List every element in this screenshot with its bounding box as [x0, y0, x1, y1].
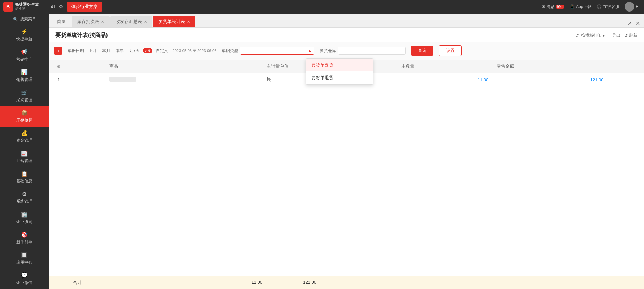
sidebar-item-search[interactable]: 🔍 搜索菜单: [0, 14, 49, 25]
marketing-icon: 📢: [21, 49, 28, 55]
filter-expand-button[interactable]: ▷: [54, 47, 62, 55]
tab-home[interactable]: 首页: [51, 16, 71, 27]
sidebar-item-operations[interactable]: 📈 经营管理: [0, 147, 49, 167]
sidebar-item-system[interactable]: ⚙ 系统管理: [0, 187, 49, 208]
refresh-button[interactable]: ↺ 刷新: [624, 32, 637, 38]
shortcut-icon: ⚡: [21, 28, 28, 35]
tab-close-all-button[interactable]: ✕: [634, 20, 641, 27]
sidebar-basic-label: 基础信息: [16, 178, 32, 184]
footer-unit-spacer: [171, 280, 212, 286]
sidebar-item-marketing[interactable]: 📢 营销推广: [0, 45, 49, 66]
footer-total-spacer: [53, 280, 73, 286]
col-settings[interactable]: ⚙: [49, 60, 69, 73]
row-amount-link[interactable]: 121.00: [590, 77, 604, 82]
basic-icon: 📋: [21, 171, 28, 177]
date-range-display: 2023-05-06 至 2023-06-06: [173, 48, 217, 53]
sidebar-item-apps[interactable]: 🔲 应用中心: [0, 248, 49, 269]
sidebar-item-basic[interactable]: 📋 基础信息: [0, 167, 49, 187]
top-header: B 畅捷通好生意 标准版 41 ⚙ 体验行业方案 ✉ 消息 99+ 📱 App下…: [0, 0, 644, 14]
sidebar-item-shortcut[interactable]: ⚡ 快捷导航: [0, 25, 49, 45]
warehouse-input-group[interactable]: ···: [338, 47, 406, 55]
tab-inventory-batch-close[interactable]: ✕: [101, 20, 104, 24]
sidebar-system-label: 系统管理: [16, 199, 32, 204]
export-button[interactable]: ↑ 导出: [609, 32, 620, 38]
type-filter-label: 单据类型: [222, 48, 238, 54]
footer-label: 合计: [73, 280, 171, 286]
trial-button[interactable]: 体验行业方案: [67, 2, 102, 12]
sales-icon: 📊: [21, 69, 28, 75]
product-placeholder: [109, 77, 136, 82]
app-download-button[interactable]: 📱 App下载: [570, 4, 591, 10]
table-container: ⚙ 商品 主计量单位 主数量 零售金额 1: [49, 60, 644, 276]
type-select-wrapper[interactable]: ▲: [240, 47, 314, 55]
inventory-icon: 📦: [21, 110, 28, 116]
page-actions: 🖨 按模板打印 ▾ ↑ 导出 ↺ 刷新: [576, 32, 637, 38]
sidebar-search-label: 搜索菜单: [20, 16, 36, 22]
this-year-btn[interactable]: 本年: [114, 47, 126, 54]
messages-button[interactable]: ✉ 消息 99+: [542, 4, 564, 10]
sidebar-guide-label: 新手引导: [16, 239, 32, 245]
online-service-label: 在线客服: [603, 4, 619, 10]
content-area: 首页 库存批次账 ✕ 收发存汇总表 ✕ 要货单统计表 ✕ ⤢ ✕ 要货: [49, 14, 644, 289]
sidebar-wechat-label: 企业微信: [16, 280, 32, 286]
sidebar-item-enterprise[interactable]: 🏢 企业协同: [0, 208, 49, 228]
sidebar-purchase-label: 采购管理: [16, 97, 32, 103]
warehouse-filter-group: 要货仓库 ···: [320, 47, 406, 55]
last-7-days-btn[interactable]: 近7天: [127, 47, 142, 54]
query-button[interactable]: 查询: [411, 46, 433, 56]
this-month-btn[interactable]: 本月: [100, 47, 112, 54]
tab-inventory-batch[interactable]: 库存批次账 ✕: [72, 16, 110, 27]
row-qty-link[interactable]: 11.00: [478, 77, 489, 82]
col-amount: 零售金额: [493, 60, 607, 73]
tab-maximize-button[interactable]: ⤢: [626, 20, 633, 27]
sidebar-item-wechat[interactable]: 💬 企业微信: [0, 269, 49, 289]
dropdown-item-0[interactable]: 要货单要货: [306, 59, 373, 71]
main-layout: 🔍 搜索菜单 ⚡ 快捷导航 📢 营销推广 📊 销售管理 🛒 采购管理 📦 库存核…: [0, 14, 644, 289]
more-dates-badge[interactable]: 更多: [143, 48, 152, 53]
sidebar-item-finance[interactable]: 💰 资金管理: [0, 127, 49, 147]
print-label: 按模板打印: [581, 32, 601, 38]
sidebar-enterprise-label: 企业协同: [16, 219, 32, 225]
warehouse-more-icon[interactable]: ···: [398, 48, 406, 53]
last-month-btn[interactable]: 上月: [87, 47, 99, 54]
tab-order-stats-close[interactable]: ✕: [187, 20, 190, 24]
sidebar-inventory-label: 库存核算: [16, 117, 32, 123]
type-select-chevron-icon[interactable]: ▲: [305, 48, 314, 53]
export-icon: ↑: [609, 33, 611, 38]
print-chevron-icon: ▾: [603, 33, 605, 38]
sidebar-item-sales[interactable]: 📊 销售管理: [0, 66, 49, 86]
messages-badge: 99+: [556, 5, 564, 9]
tab-actions: ⤢ ✕: [623, 20, 644, 27]
online-service-button[interactable]: 🎧 在线客服: [597, 4, 619, 10]
page-title: 要货单统计表(按商品): [55, 32, 108, 39]
type-select-input[interactable]: [240, 47, 305, 54]
tab-summary[interactable]: 收发存汇总表 ✕: [110, 16, 152, 27]
row-product: [105, 73, 263, 86]
refresh-label: 刷新: [629, 32, 637, 38]
search-icon: 🔍: [13, 17, 18, 22]
date-shortcuts: 上月 本月 本年 近7天 更多 自定义: [87, 47, 170, 54]
custom-date-btn[interactable]: 自定义: [154, 47, 170, 54]
sidebar-item-purchase[interactable]: 🛒 采购管理: [0, 86, 49, 106]
app-logo-icon: B: [3, 2, 13, 12]
row-index2: [69, 73, 105, 86]
tab-order-stats[interactable]: 要货单统计表 ✕: [153, 16, 195, 27]
headset-icon: 🎧: [597, 4, 602, 9]
warehouse-input[interactable]: [338, 47, 397, 54]
dropdown-item-1[interactable]: 要货单退货: [306, 71, 373, 84]
user-avatar: [625, 2, 634, 12]
print-button[interactable]: 🖨 按模板打印 ▾: [576, 32, 605, 38]
sidebar-apps-label: 应用中心: [16, 260, 32, 265]
sidebar-sales-label: 销售管理: [16, 77, 32, 83]
page-header: 要货单统计表(按商品) 🖨 按模板打印 ▾ ↑ 导出 ↺ 刷新: [49, 28, 644, 42]
user-area[interactable]: Rit: [625, 2, 641, 12]
sidebar-item-guide[interactable]: 🎯 新手引导: [0, 228, 49, 248]
operations-icon: 📈: [21, 150, 28, 157]
tab-summary-close[interactable]: ✕: [144, 20, 147, 24]
refresh-icon: ↺: [624, 33, 628, 38]
settings-button[interactable]: 设置: [439, 45, 462, 56]
sidebar-shortcut-label: 快捷导航: [16, 36, 32, 42]
settings-icon-top[interactable]: ⚙: [59, 4, 63, 9]
footer-qty: 11.00: [212, 280, 262, 286]
sidebar-item-inventory[interactable]: 📦 库存核算: [0, 106, 49, 127]
